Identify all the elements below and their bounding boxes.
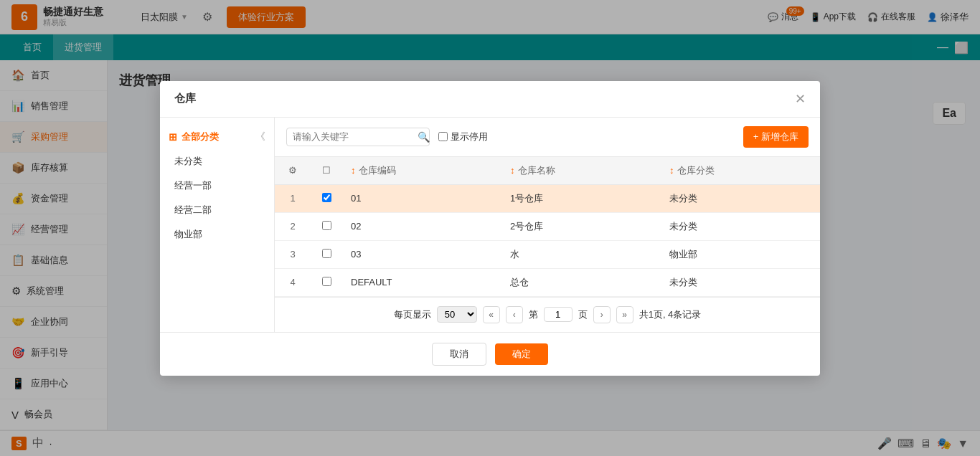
sort-icon: ↕ bbox=[351, 165, 356, 176]
warehouse-dialog: 仓库 ✕ ⊞ 全部分类 《 未分类 经营一部 经营二部 物业部 bbox=[160, 81, 820, 376]
pagination: 每页显示 50 10 20 100 « ‹ 第 页 › » 共1页, 4条记录 bbox=[275, 297, 820, 332]
confirm-button[interactable]: 确定 bbox=[495, 343, 548, 365]
modal-overlay: 仓库 ✕ ⊞ 全部分类 《 未分类 经营一部 经营二部 物业部 bbox=[0, 0, 980, 456]
dialog-close-button[interactable]: ✕ bbox=[795, 91, 806, 107]
table-row[interactable]: 2 02 2号仓库 未分类 bbox=[275, 212, 820, 240]
dialog-header: 仓库 ✕ bbox=[160, 81, 820, 118]
dialog-footer: 取消 确定 bbox=[160, 332, 820, 376]
row-select-checkbox[interactable] bbox=[322, 249, 331, 258]
row-select-checkbox[interactable] bbox=[322, 277, 331, 286]
warehouse-table: ⚙ ☐ ↕仓库编码 ↕仓库名称 ↕仓库分类 1 01 1号仓库 未分类 2 bbox=[275, 157, 820, 297]
prev-page-button[interactable]: ‹ bbox=[506, 306, 523, 323]
dialog-title: 仓库 bbox=[174, 92, 196, 105]
col-name: ↕仓库名称 bbox=[501, 157, 661, 185]
search-icon: 🔍 bbox=[418, 131, 430, 143]
collapse-icon[interactable]: 《 bbox=[255, 130, 265, 143]
dialog-toolbar: 🔍 显示停用 + 新增仓库 bbox=[275, 118, 820, 157]
row-name: 1号仓库 bbox=[501, 184, 661, 212]
page-size-select[interactable]: 50 10 20 100 bbox=[437, 306, 477, 323]
cat-header: ⊞ 全部分类 《 bbox=[160, 125, 274, 149]
row-checkbox[interactable] bbox=[311, 268, 342, 296]
grid-icon: ⊞ bbox=[169, 131, 177, 143]
row-select-checkbox[interactable] bbox=[322, 221, 331, 230]
col-checkbox: ☐ bbox=[311, 157, 342, 185]
dialog-body: ⊞ 全部分类 《 未分类 经营一部 经营二部 物业部 🔍 bbox=[160, 118, 820, 332]
row-category: 未分类 bbox=[661, 268, 820, 296]
row-code: 03 bbox=[342, 240, 501, 268]
row-num: 4 bbox=[275, 268, 311, 296]
show-disabled-text: 显示停用 bbox=[451, 130, 488, 143]
category-sidebar: ⊞ 全部分类 《 未分类 经营一部 经营二部 物业部 bbox=[160, 118, 275, 332]
row-category: 未分类 bbox=[661, 184, 820, 212]
add-warehouse-button[interactable]: + 新增仓库 bbox=[743, 126, 809, 148]
col-category: ↕仓库分类 bbox=[661, 157, 820, 185]
row-name: 水 bbox=[501, 240, 661, 268]
row-code: DEFAULT bbox=[342, 268, 501, 296]
row-checkbox[interactable] bbox=[311, 184, 342, 212]
col-code: ↕仓库编码 bbox=[342, 157, 501, 185]
row-checkbox[interactable] bbox=[311, 240, 342, 268]
page-unit: 页 bbox=[578, 308, 588, 321]
table-row[interactable]: 3 03 水 物业部 bbox=[275, 240, 820, 268]
table-row[interactable]: 1 01 1号仓库 未分类 bbox=[275, 184, 820, 212]
table-row[interactable]: 4 DEFAULT 总仓 未分类 bbox=[275, 268, 820, 296]
row-category: 未分类 bbox=[661, 212, 820, 240]
page-number-input[interactable] bbox=[544, 307, 573, 322]
cat-item-dept1[interactable]: 经营一部 bbox=[160, 174, 274, 198]
row-category: 物业部 bbox=[661, 240, 820, 268]
row-code: 02 bbox=[342, 212, 501, 240]
last-page-button[interactable]: » bbox=[616, 306, 633, 323]
show-disabled-label[interactable]: 显示停用 bbox=[438, 130, 488, 143]
cat-item-dept2[interactable]: 经营二部 bbox=[160, 198, 274, 222]
table-header-row: ⚙ ☐ ↕仓库编码 ↕仓库名称 ↕仓库分类 bbox=[275, 157, 820, 185]
warehouse-table-wrap: ⚙ ☐ ↕仓库编码 ↕仓库名称 ↕仓库分类 1 01 1号仓库 未分类 2 bbox=[275, 157, 820, 297]
warehouse-table-body: 1 01 1号仓库 未分类 2 02 2号仓库 未分类 3 03 水 物业部 4… bbox=[275, 184, 820, 296]
search-input[interactable] bbox=[293, 131, 413, 142]
cat-item-uncategorized[interactable]: 未分类 bbox=[160, 149, 274, 174]
row-select-checkbox[interactable] bbox=[322, 193, 331, 202]
col-settings: ⚙ bbox=[275, 157, 311, 185]
all-categories-label: 全部分类 bbox=[182, 130, 219, 143]
row-name: 总仓 bbox=[501, 268, 661, 296]
show-disabled-checkbox[interactable] bbox=[438, 132, 448, 141]
page-size-label: 每页显示 bbox=[394, 308, 431, 321]
row-code: 01 bbox=[342, 184, 501, 212]
first-page-button[interactable]: « bbox=[483, 306, 500, 323]
row-name: 2号仓库 bbox=[501, 212, 661, 240]
total-label: 共1页, 4条记录 bbox=[639, 308, 702, 321]
page-label: 第 bbox=[529, 308, 538, 321]
all-categories-button[interactable]: ⊞ 全部分类 bbox=[169, 130, 219, 143]
dialog-main-panel: 🔍 显示停用 + 新增仓库 ⚙ ☐ bbox=[275, 118, 820, 332]
row-checkbox[interactable] bbox=[311, 212, 342, 240]
row-num: 2 bbox=[275, 212, 311, 240]
row-num: 1 bbox=[275, 184, 311, 212]
cancel-button[interactable]: 取消 bbox=[432, 343, 486, 366]
next-page-button[interactable]: › bbox=[593, 306, 611, 323]
sort-icon3: ↕ bbox=[669, 165, 674, 176]
cat-item-property[interactable]: 物业部 bbox=[160, 222, 274, 247]
sort-icon2: ↕ bbox=[510, 165, 515, 176]
search-box: 🔍 bbox=[286, 128, 430, 146]
row-num: 3 bbox=[275, 240, 311, 268]
